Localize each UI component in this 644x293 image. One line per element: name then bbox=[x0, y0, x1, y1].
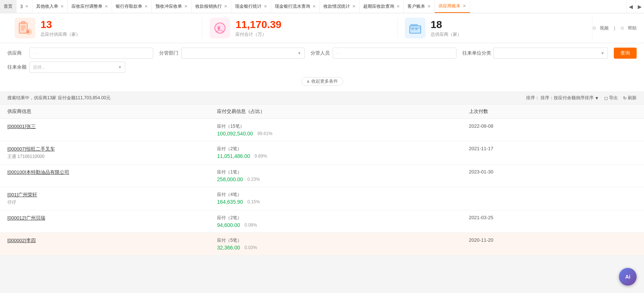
nav-home[interactable]: 首页 bbox=[0, 0, 17, 13]
supplier-link-0[interactable]: [000001]张三 bbox=[7, 123, 217, 130]
close-tab3-icon[interactable]: ✕ bbox=[25, 4, 28, 9]
svg-text:¥: ¥ bbox=[27, 30, 29, 34]
supplier-col-3: [001]广州荣轩 仔仔 bbox=[7, 192, 217, 206]
payable-total-label: 应付合计（万） bbox=[235, 31, 281, 38]
help-link[interactable]: 帮助 bbox=[628, 25, 637, 31]
person-input[interactable]: ··· bbox=[333, 48, 456, 59]
nav-supplier-book[interactable]: 供应商账本 ✕ bbox=[435, 0, 470, 13]
close-adjust-icon[interactable]: ✕ bbox=[105, 4, 108, 9]
supplier-input[interactable]: ··· bbox=[29, 48, 153, 59]
payable-pct-5: 0.03% bbox=[245, 245, 257, 250]
nav-recv-exec[interactable]: 收款核销执行 ✕ bbox=[192, 0, 231, 13]
lastpay-col-2: 2023-01-30 bbox=[469, 169, 637, 175]
payable-amount-1[interactable]: 11,051,486.00 bbox=[217, 153, 250, 159]
close-bank-deposit-icon[interactable]: ✕ bbox=[144, 4, 148, 9]
search-button[interactable]: 查询 bbox=[614, 48, 637, 59]
last-pay-date-2: 2023-01-30 bbox=[469, 169, 494, 175]
total-suppliers-icon bbox=[405, 18, 426, 38]
table-row[interactable]: [000001]张三 应付（15笔） 100,092,540.00 89.61%… bbox=[0, 119, 644, 141]
nav-advance-recv[interactable]: 预收冲应收单 ✕ bbox=[152, 0, 192, 13]
payable-total-amount: 11,170.39 bbox=[235, 18, 281, 31]
collapse-button[interactable]: ∧ 收起更多条件 bbox=[301, 77, 343, 86]
sort-button[interactable]: 排序： 排序：按应付余额倒序排序 ▼ bbox=[526, 95, 599, 101]
payable-col-0: 应付（15笔） 100,092,540.00 89.61% bbox=[217, 123, 469, 137]
table-row[interactable]: [000002]李四 应付（5笔） 32,366.00 0.03% 2020-1… bbox=[0, 233, 644, 255]
nav-bank-deposit[interactable]: 银行存取款单 ✕ bbox=[112, 0, 152, 13]
close-recv-stat-icon[interactable]: ✕ bbox=[352, 4, 356, 9]
nav-prev-button[interactable]: ◀ bbox=[626, 0, 635, 13]
nav-tab3[interactable]: 3 ✕ bbox=[17, 0, 32, 13]
supplier-link-2[interactable]: [000100]本特勤油品有限公司 bbox=[7, 169, 217, 176]
filter-dept: 分管部门 ▼ bbox=[159, 48, 305, 59]
payable-amount-5[interactable]: 32,366.00 bbox=[217, 245, 240, 251]
payable-amount-4[interactable]: 94,600.00 bbox=[217, 222, 240, 228]
nav-recv-stat[interactable]: 收款情况统计 ✕ bbox=[320, 0, 360, 13]
supplier-link-5[interactable]: [000002]李四 bbox=[7, 237, 217, 244]
lastpay-col-5: 2020-11-20 bbox=[469, 237, 637, 243]
table-row[interactable]: [000007]恒旺二手叉车 王通 17106110000 应付（2笔） 11,… bbox=[0, 141, 644, 165]
payable-col-3: 应付（4笔） 164,635.90 0.15% bbox=[217, 192, 469, 205]
nav-customer-book[interactable]: 客户账本 ✕ bbox=[404, 0, 435, 13]
col-header-lastpay: 上次付数 bbox=[469, 108, 637, 115]
supplier-link-3[interactable]: [001]广州荣轩 bbox=[7, 192, 217, 198]
supplier-sub-3: 仔仔 bbox=[7, 199, 217, 206]
supplier-label: 供应商 bbox=[7, 50, 27, 56]
payable-amount-0[interactable]: 100,092,540.00 bbox=[217, 131, 253, 137]
nav-next-button[interactable]: ▶ bbox=[635, 0, 644, 13]
nav-adjust[interactable]: 应收应付调整单 ✕ bbox=[68, 0, 112, 13]
payable-col-2: 应付（1笔） 258,000.00 0.23% bbox=[217, 169, 469, 182]
last-pay-date-4: 2021-03-25 bbox=[469, 215, 494, 220]
balance-label: 往来余额 bbox=[7, 64, 27, 70]
close-overdue-recv-icon[interactable]: ✕ bbox=[396, 4, 400, 9]
supplier-link-1[interactable]: [000007]恒旺二手叉车 bbox=[7, 146, 217, 152]
payable-amount-2[interactable]: 258,000.00 bbox=[217, 176, 243, 182]
supplier-col-5: [000002]李四 bbox=[7, 237, 217, 244]
close-cash-flow-icon[interactable]: ✕ bbox=[312, 4, 316, 9]
top-navigation: 首页 3 ✕ 其他收入单 ✕ 应收应付调整单 ✕ 银行存取款单 ✕ 预收冲应收单… bbox=[0, 0, 644, 13]
last-pay-date-1: 2021-11-17 bbox=[469, 146, 494, 151]
close-supplier-book-icon[interactable]: ✕ bbox=[463, 4, 466, 8]
category-select[interactable]: ▼ bbox=[493, 48, 608, 59]
result-bar: 搜索结果中，供应商13家 应付金额111,703,854.00元 排序： 排序：… bbox=[0, 92, 644, 104]
payable-tag-1: 应付（2笔） bbox=[217, 146, 469, 152]
close-recv-exec-icon[interactable]: ✕ bbox=[224, 4, 227, 9]
last-pay-date-0: 2022-08-08 bbox=[469, 123, 494, 129]
dept-select[interactable]: ▼ bbox=[181, 48, 305, 59]
lastpay-col-4: 2021-03-25 bbox=[469, 215, 637, 220]
filter-row-2: 往来余额 选择... ▼ bbox=[7, 62, 637, 73]
table-header: 供应商信息 应付交易信息（占比） 上次付数 bbox=[0, 104, 644, 119]
payable-pct-2: 0.23% bbox=[247, 177, 260, 182]
filter-row-1: 供应商 ··· 分管部门 ▼ 分管人员 ··· 往来单位分类 ▼ bbox=[7, 48, 637, 59]
dept-label: 分管部门 bbox=[159, 50, 179, 56]
payable-pct-3: 0.15% bbox=[247, 199, 260, 204]
category-label: 往来单位分类 bbox=[462, 50, 491, 56]
payable-amount-3[interactable]: 164,635.90 bbox=[217, 199, 243, 205]
close-cash-stat-icon[interactable]: ✕ bbox=[264, 4, 267, 9]
close-advance-recv-icon[interactable]: ✕ bbox=[184, 4, 188, 9]
nav-other-income[interactable]: 其他收入单 ✕ bbox=[32, 0, 68, 13]
nav-overdue-recv[interactable]: 超期应收款查询 ✕ bbox=[360, 0, 404, 13]
total-suppliers-count: 18 bbox=[431, 18, 462, 31]
category-chevron-icon: ▼ bbox=[601, 51, 605, 55]
table-row[interactable]: [001]广州荣轩 仔仔 应付（4笔） 164,635.90 0.15% bbox=[0, 187, 644, 210]
top-right-links: ⊙ 视频 ｜ ⊙ 帮助 bbox=[592, 25, 637, 31]
col-header-payable: 应付交易信息（占比） bbox=[217, 108, 469, 115]
summary-card-payable-total: ¥ 11,170.39 应付合计（万） bbox=[202, 18, 397, 38]
close-customer-book-icon[interactable]: ✕ bbox=[427, 4, 431, 9]
refresh-icon: ↻ bbox=[623, 96, 627, 101]
filter-balance: 往来余额 选择... ▼ bbox=[7, 62, 125, 73]
nav-cash-flow[interactable]: 现金银行流水查询 ✕ bbox=[271, 0, 320, 13]
close-other-income-icon[interactable]: ✕ bbox=[60, 4, 64, 9]
nav-cash-stat[interactable]: 现金银行统计 ✕ bbox=[231, 0, 271, 13]
table-row[interactable]: [000100]本特勤油品有限公司 应付（1笔） 258,000.00 0.23… bbox=[0, 165, 644, 187]
supplier-link-4[interactable]: [000012]广州贝瑞 bbox=[7, 215, 217, 221]
payable-col-4: 应付（2笔） 94,600.00 0.08% bbox=[217, 215, 469, 228]
summary-card-payable-suppliers: ¥ 13 总应付供应商（家） bbox=[7, 18, 202, 38]
export-button[interactable]: ◻ 导出 bbox=[604, 95, 618, 101]
balance-select[interactable]: 选择... ▼ bbox=[29, 62, 125, 73]
refresh-button[interactable]: ↻ 刷新 bbox=[623, 95, 637, 101]
video-link[interactable]: 视频 bbox=[600, 25, 609, 31]
table-row[interactable]: [000012]广州贝瑞 应付（2笔） 94,600.00 0.08% 2021… bbox=[0, 210, 644, 233]
sort-icon: 排序： bbox=[526, 95, 539, 101]
summary-bar: ¥ 13 总应付供应商（家） ¥ 11,170.39 应付合计（万） bbox=[0, 13, 644, 43]
